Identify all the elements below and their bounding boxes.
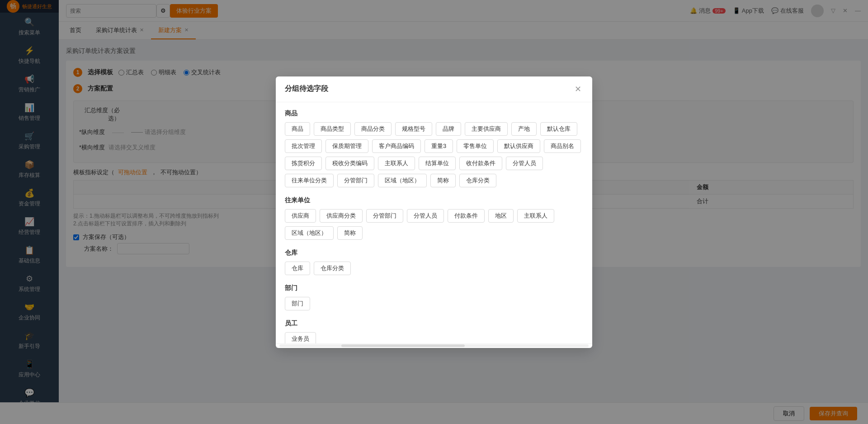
field-tag-1-2[interactable]: 分管部门 (366, 209, 403, 223)
field-tag-1-8[interactable]: 简称 (337, 226, 363, 240)
field-tag-0-15[interactable]: 拣货积分 (285, 157, 322, 170)
modal-title: 分组待选字段 (285, 84, 328, 94)
field-tag-0-2[interactable]: 商品分类 (354, 122, 392, 136)
field-tag-0-19[interactable]: 收付款条件 (459, 157, 502, 170)
field-tag-1-5[interactable]: 地区 (488, 209, 514, 223)
field-section-title-0: 商品 (285, 110, 583, 118)
modal-overlay: 分组待选字段 ✕ 商品商品商品类型商品分类规格型号品牌主要供应商产地默认仓库批次… (0, 0, 868, 424)
field-tag-0-7[interactable]: 默认仓库 (540, 122, 577, 136)
modal-scroll-bar (276, 343, 592, 348)
field-tag-1-4[interactable]: 付款条件 (448, 209, 485, 223)
field-section-3: 部门部门 (285, 284, 583, 310)
field-tag-0-23[interactable]: 区域（地区） (378, 174, 427, 187)
field-tags-2: 仓库仓库分类 (285, 262, 583, 275)
modal-body: 商品商品商品类型商品分类规格型号品牌主要供应商产地默认仓库批次管理保质期管理客户… (276, 102, 592, 343)
field-section-title-3: 部门 (285, 284, 583, 292)
field-tag-0-3[interactable]: 规格型号 (395, 122, 432, 136)
field-tag-0-0[interactable]: 商品 (285, 122, 310, 136)
field-tag-0-6[interactable]: 产地 (511, 122, 537, 136)
field-tag-2-1[interactable]: 仓库分类 (314, 262, 351, 275)
field-tag-0-25[interactable]: 仓库分类 (459, 174, 496, 187)
field-tag-1-6[interactable]: 主联系人 (517, 209, 554, 223)
field-tags-3: 部门 (285, 297, 583, 310)
field-section-title-2: 仓库 (285, 249, 583, 257)
field-tag-0-5[interactable]: 主要供应商 (465, 122, 508, 136)
field-section-1: 往来单位供应商供应商分类分管部门分管人员付款条件地区主联系人区域（地区）简称 (285, 196, 583, 240)
field-section-2: 仓库仓库仓库分类 (285, 249, 583, 275)
field-tag-0-24[interactable]: 简称 (430, 174, 456, 187)
field-tag-0-1[interactable]: 商品类型 (314, 122, 351, 136)
field-tag-1-3[interactable]: 分管人员 (407, 209, 444, 223)
field-tag-0-14[interactable]: 商品别名 (544, 139, 581, 153)
field-tag-0-21[interactable]: 往来单位分类 (285, 174, 334, 187)
field-tag-0-18[interactable]: 结算单位 (419, 157, 456, 170)
field-section-title-1: 往来单位 (285, 196, 583, 205)
field-tag-0-20[interactable]: 分管人员 (506, 157, 543, 170)
field-tag-0-10[interactable]: 客户商品编码 (372, 139, 421, 153)
modal-header: 分组待选字段 ✕ (276, 76, 592, 102)
modal-dialog: 分组待选字段 ✕ 商品商品商品类型商品分类规格型号品牌主要供应商产地默认仓库批次… (276, 76, 592, 348)
field-tags-1: 供应商供应商分类分管部门分管人员付款条件地区主联系人区域（地区）简称 (285, 209, 583, 240)
field-tag-0-17[interactable]: 主联系人 (378, 157, 415, 170)
field-tag-0-13[interactable]: 默认供应商 (497, 139, 540, 153)
field-section-title-4: 员工 (285, 319, 583, 328)
field-tags-4: 业务员 (285, 332, 583, 343)
field-tag-0-8[interactable]: 批次管理 (285, 139, 322, 153)
field-tag-0-12[interactable]: 零售单位 (457, 139, 494, 153)
field-tag-4-0[interactable]: 业务员 (285, 332, 316, 343)
field-tags-0: 商品商品类型商品分类规格型号品牌主要供应商产地默认仓库批次管理保质期管理客户商品… (285, 122, 583, 187)
field-tag-0-16[interactable]: 税收分类编码 (326, 157, 374, 170)
field-tag-1-0[interactable]: 供应商 (285, 209, 316, 223)
field-tag-3-0[interactable]: 部门 (285, 297, 310, 310)
field-section-0: 商品商品商品类型商品分类规格型号品牌主要供应商产地默认仓库批次管理保质期管理客户… (285, 110, 583, 187)
field-tag-0-9[interactable]: 保质期管理 (326, 139, 368, 153)
field-tag-2-0[interactable]: 仓库 (285, 262, 310, 275)
field-tag-0-22[interactable]: 分管部门 (337, 174, 374, 187)
field-tag-1-7[interactable]: 区域（地区） (285, 226, 334, 240)
field-section-4: 员工业务员 (285, 319, 583, 343)
field-tag-0-11[interactable]: 重量3 (425, 139, 453, 153)
field-tag-1-1[interactable]: 供应商分类 (320, 209, 363, 223)
field-tag-0-4[interactable]: 品牌 (436, 122, 461, 136)
modal-close-button[interactable]: ✕ (572, 84, 583, 95)
